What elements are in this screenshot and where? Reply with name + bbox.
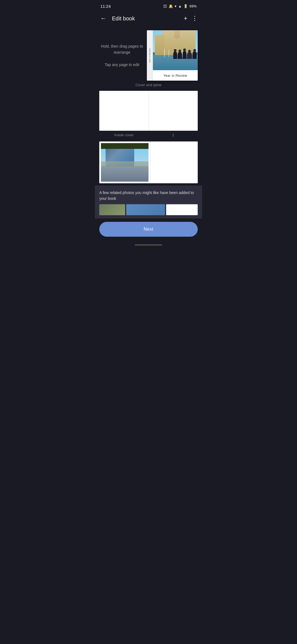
next-btn-container: Next [95,219,202,242]
thumb-1 [99,204,125,215]
spread-page-2 [99,141,150,183]
person3 [183,51,186,59]
status-bar: 11:24 ⚿ 🔔 ▾ ▲ 🔋 69% [95,0,202,11]
status-icons: ⚿ 🔔 ▾ ▲ 🔋 69% [163,4,197,8]
back-icon: ← [100,15,106,21]
battery-percent: 69% [189,4,197,8]
cover-title-text: Year in Review [163,74,187,78]
person4 [187,52,192,59]
hotel-scene [153,30,198,70]
instruction-line1: Hold, then drag pages to rearrange [99,43,145,56]
spread-page-inside-cover [99,91,149,131]
book-cover-container[interactable]: Year in Review [147,30,198,81]
spread-inside-cover[interactable] [99,91,198,131]
spread-page-1 [149,91,198,131]
label-inside-cover: Inside cover [99,133,148,137]
building-grid [106,149,134,174]
spine-text: Year in Review [149,48,151,63]
people-silhouettes [153,51,198,59]
cover-title-area: Year in Review [153,70,198,81]
spread-pages-2-3[interactable] [99,141,198,183]
spread-page-3 [150,141,198,183]
status-time: 11:24 [100,4,111,9]
spread-inside-cover-labels: Inside cover 1 [99,133,198,137]
label-page-1: 1 [148,133,198,137]
wifi-icon: ▾ [175,4,177,8]
hotel-tower [174,30,180,38]
add-button[interactable]: + [184,15,187,22]
page-photo [101,143,148,182]
person2 [178,52,182,59]
toast-text: A few related photos you might like have… [99,190,198,201]
toast-thumbnails [99,204,198,215]
cover-photo [153,30,198,70]
top-bar: ← Edit book + ⋮ [95,11,202,26]
cover-section-label: Cover and spine [99,83,198,87]
home-indicator [95,242,202,247]
home-bar [135,244,162,245]
thumb-2 [126,204,165,215]
instruction-line2: Tap any page to edit [99,62,145,68]
next-button[interactable]: Next [99,222,198,237]
more-button[interactable]: ⋮ [192,15,198,22]
aerial-scene [101,143,148,182]
person5 [193,51,197,59]
thumb-3 [166,204,198,215]
cover-instructions: Hold, then drag pages to rearrange Tap a… [99,43,147,68]
back-button[interactable]: ← [99,14,108,23]
person1 [173,51,177,59]
main-content: Hold, then drag pages to rearrange Tap a… [95,26,202,183]
cover-section: Hold, then drag pages to rearrange Tap a… [99,30,198,81]
battery-icon: 🔋 [183,4,188,8]
book-spine: Year in Review [147,30,153,81]
bell-icon: 🔔 [169,4,173,8]
key-icon: ⚿ [163,4,167,8]
page-title: Edit book [112,15,179,22]
toast-notification: A few related photos you might like have… [95,185,202,219]
book-cover: Year in Review [147,30,198,81]
signal-icon: ▲ [178,4,182,8]
top-bar-actions: + ⋮ [184,15,198,22]
